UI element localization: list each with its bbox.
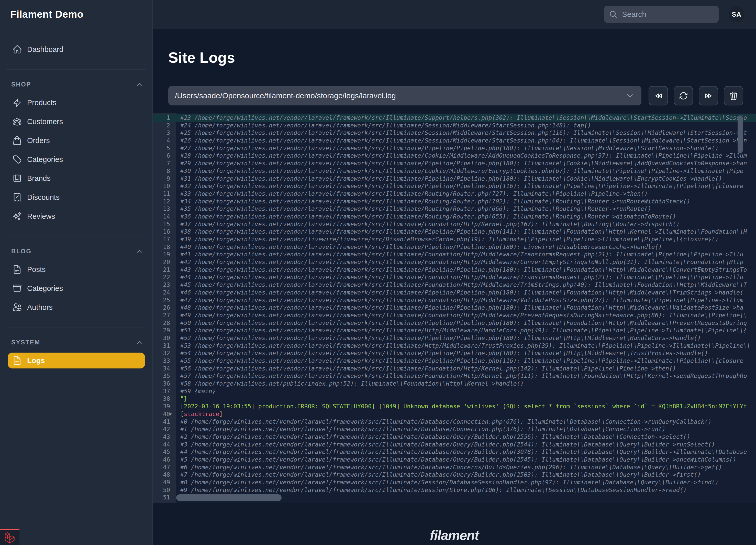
- sidebar-item-label: Products: [27, 98, 56, 107]
- sidebar-item-blog-posts[interactable]: Posts: [8, 261, 145, 278]
- sidebar-item-blog-categories[interactable]: Categories: [8, 281, 145, 296]
- log-line: 13#35 /home/forge/winlives.net/vendor/la…: [153, 205, 756, 213]
- line-number: 31: [153, 342, 176, 350]
- fast-forward-button[interactable]: [699, 86, 718, 105]
- bolt-icon: [12, 98, 22, 107]
- bookmark-square-icon: [12, 173, 22, 183]
- log-line: 6#28 /home/forge/winlives.net/vendor/lar…: [153, 152, 756, 160]
- sidebar-item-shop-customers[interactable]: Customers: [8, 114, 145, 129]
- sidebar-item-blog-authors[interactable]: Authors: [8, 300, 145, 315]
- horizontal-scrollbar[interactable]: [176, 494, 282, 501]
- receipt-percent-icon: [12, 192, 22, 202]
- log-line-text: #49 /home/forge/winlives.net/vendor/lara…: [176, 312, 756, 319]
- sidebar-item-dashboard[interactable]: Dashboard: [8, 41, 145, 57]
- line-number: 47: [153, 464, 176, 471]
- sidebar-item-label: Reviews: [27, 212, 55, 220]
- archive-box-icon: [12, 284, 22, 293]
- line-number: 16: [153, 228, 176, 236]
- log-line: 2#24 /home/forge/winlives.net/vendor/lar…: [153, 122, 756, 129]
- line-number: 5: [153, 144, 176, 152]
- sidebar-item-shop-categories[interactable]: Categories: [8, 151, 145, 167]
- document-text-icon: [12, 264, 22, 274]
- sidebar-item-label: Dashboard: [27, 45, 63, 54]
- log-line-text: #33 /home/forge/winlives.net/vendor/lara…: [176, 190, 756, 198]
- sidebar-item-shop-orders[interactable]: Orders: [8, 132, 145, 148]
- log-line: 36#58 /home/forge/winlives.net/public/in…: [153, 380, 756, 388]
- line-number: 30: [153, 335, 176, 342]
- sidebar-group-label: SHOP: [11, 81, 31, 88]
- log-line: 34#56 /home/forge/winlives.net/vendor/la…: [153, 365, 756, 373]
- log-line-text: #29 /home/forge/winlives.net/vendor/lara…: [176, 160, 756, 167]
- sidebar-item-label: Customers: [27, 117, 63, 126]
- line-number: 44: [153, 441, 176, 449]
- log-line: 28#50 /home/forge/winlives.net/vendor/la…: [153, 319, 756, 327]
- line-number: 36: [153, 380, 176, 388]
- search-field[interactable]: [604, 6, 719, 23]
- sidebar: Filament Demo DashboardSHOPProductsCusto…: [0, 0, 153, 545]
- vertical-scrollbar[interactable]: [738, 115, 743, 153]
- delete-log-button[interactable]: [724, 86, 743, 105]
- line-number: 3: [153, 129, 176, 137]
- line-number: 45: [153, 448, 176, 456]
- sidebar-divider: [6, 327, 146, 328]
- line-number: 22: [153, 274, 176, 281]
- line-number: 23: [153, 281, 176, 289]
- line-number: 20: [153, 258, 176, 266]
- log-line: 31#53 /home/forge/winlives.net/vendor/la…: [153, 342, 756, 350]
- log-line: 49#8 /home/forge/winlives.net/vendor/lar…: [153, 479, 756, 486]
- log-line: 37#59 {main}: [153, 388, 756, 395]
- log-line-text: #53 /home/forge/winlives.net/vendor/lara…: [176, 342, 756, 350]
- log-line: 8#30 /home/forge/winlives.net/vendor/lar…: [153, 167, 756, 175]
- rewind-icon: [654, 91, 663, 100]
- log-line: 40▾[stacktrace]: [153, 410, 756, 418]
- log-line-text: #52 /home/forge/winlives.net/vendor/lara…: [176, 335, 756, 342]
- log-line: 48#7 /home/forge/winlives.net/vendor/lar…: [153, 471, 756, 479]
- sidebar-group-blog[interactable]: BLOG: [11, 248, 143, 255]
- topbar: SA: [153, 0, 756, 29]
- sidebar-group-shop[interactable]: SHOP: [11, 81, 143, 88]
- log-line-text: #47 /home/forge/winlives.net/vendor/lara…: [176, 297, 756, 304]
- log-viewer[interactable]: 1#23 /home/forge/winlives.net/vendor/lar…: [153, 113, 756, 503]
- log-line-text: #31 /home/forge/winlives.net/vendor/lara…: [176, 175, 756, 183]
- line-number: 7: [153, 160, 176, 167]
- sidebar-item-shop-discounts[interactable]: Discounts: [8, 189, 145, 205]
- avatar[interactable]: SA: [729, 6, 744, 22]
- tag-icon: [12, 154, 22, 164]
- log-line: 27#49 /home/forge/winlives.net/vendor/la…: [153, 312, 756, 319]
- line-number: 43: [153, 433, 176, 441]
- search-input[interactable]: [621, 10, 714, 19]
- line-number: 26: [153, 304, 176, 312]
- log-line-text: #55 /home/forge/winlives.net/vendor/lara…: [176, 357, 756, 365]
- refresh-icon: [679, 91, 688, 100]
- log-line: 21#43 /home/forge/winlives.net/vendor/la…: [153, 266, 756, 274]
- line-number: 17: [153, 236, 176, 243]
- sidebar-item-shop-brands[interactable]: Brands: [8, 170, 145, 186]
- log-line: 47#6 /home/forge/winlives.net/vendor/lar…: [153, 464, 756, 471]
- sidebar-item-shop-products[interactable]: Products: [8, 95, 145, 110]
- log-line-text: #57 /home/forge/winlives.net/vendor/lara…: [176, 372, 756, 380]
- laravel-debugbar-toggle[interactable]: [0, 529, 19, 545]
- log-line: 16#38 /home/forge/winlives.net/vendor/la…: [153, 228, 756, 236]
- line-number: 42: [153, 426, 176, 433]
- log-line: 46#5 /home/forge/winlives.net/vendor/lar…: [153, 456, 756, 464]
- document-text-icon: [12, 356, 22, 365]
- log-line-text: #44 /home/forge/winlives.net/vendor/lara…: [176, 274, 756, 281]
- log-line-text: #8 /home/forge/winlives.net/vendor/larav…: [176, 479, 756, 486]
- log-line: 10#32 /home/forge/winlives.net/vendor/la…: [153, 182, 756, 190]
- sidebar-group-system[interactable]: SYSTEM: [11, 339, 143, 346]
- log-file-select[interactable]: /Users/saade/Opensource/filament-demo/st…: [168, 86, 641, 105]
- log-line: 50#9 /home/forge/winlives.net/vendor/lar…: [153, 486, 756, 494]
- line-number: 18: [153, 243, 176, 251]
- fold-marker-icon[interactable]: ▾: [170, 410, 172, 418]
- rewind-button[interactable]: [649, 86, 668, 105]
- log-line: 35#57 /home/forge/winlives.net/vendor/la…: [153, 372, 756, 380]
- sidebar-item-label: Orders: [27, 136, 50, 145]
- sidebar-item-shop-reviews[interactable]: Reviews: [8, 208, 145, 224]
- log-line: 44#3 /home/forge/winlives.net/vendor/lar…: [153, 441, 756, 449]
- line-number: 11: [153, 190, 176, 198]
- log-line: 38"}: [153, 395, 756, 403]
- sidebar-item-system-logs[interactable]: Logs: [8, 353, 145, 369]
- line-number: 51: [153, 494, 176, 502]
- sidebar-group-label: SYSTEM: [11, 339, 40, 346]
- refresh-button[interactable]: [674, 86, 693, 105]
